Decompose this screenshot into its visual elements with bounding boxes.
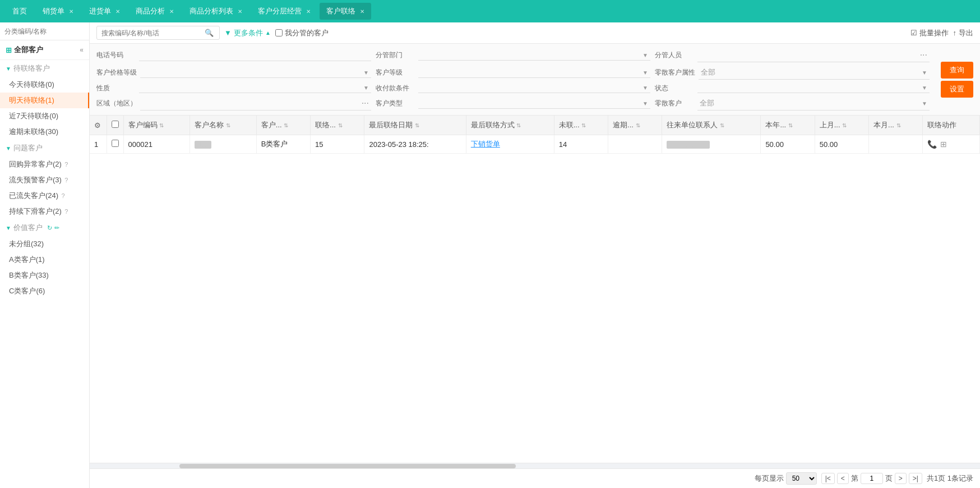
- main-search-input[interactable]: [101, 29, 202, 37]
- td-code: 000021: [123, 135, 190, 154]
- section-value[interactable]: 价值客户 ↻ ✏: [0, 219, 89, 236]
- sidebar-search-bar: 🔍: [0, 22, 89, 40]
- sort-icon[interactable]: ⇅: [415, 122, 419, 128]
- phone-input[interactable]: [139, 49, 371, 61]
- th-action: 联络动作: [923, 116, 980, 135]
- nav-product-list[interactable]: 商品分析列表 ✕: [183, 3, 249, 20]
- region-label: 区域（地区）: [96, 99, 137, 108]
- pager: |< < 第 页 > >|: [821, 473, 922, 484]
- grid-action-icon[interactable]: ⊞: [940, 140, 947, 149]
- page-number-input[interactable]: [861, 473, 883, 484]
- query-button[interactable]: 查询: [941, 62, 973, 79]
- close-icon[interactable]: ✕: [169, 8, 174, 15]
- sort-icon[interactable]: ⇅: [284, 122, 288, 128]
- nature-select[interactable]: ▼: [139, 83, 371, 93]
- sidebar-item-repurchase[interactable]: 回购异常客户(2) ?: [0, 156, 89, 172]
- sidebar-item-b-class[interactable]: B类客户(33): [0, 268, 89, 283]
- price-level-label: 客户价格等级: [96, 68, 137, 77]
- nav-home[interactable]: 首页: [6, 3, 34, 20]
- dept-select[interactable]: ▼: [418, 50, 650, 61]
- sidebar-item-declining[interactable]: 持续下滑客户(2) ?: [0, 204, 89, 219]
- total-label: 共1页 1条记录: [927, 473, 973, 484]
- dept-field: 分管部门 ▼: [376, 50, 650, 61]
- page-size-select[interactable]: 50 100 200: [786, 472, 817, 485]
- close-icon[interactable]: ✕: [360, 8, 364, 15]
- batch-op-button[interactable]: ☑ 批量操作: [910, 28, 949, 38]
- td-this-month: [869, 135, 923, 154]
- nav-customer-contact[interactable]: 客户联络 ✕: [320, 3, 371, 20]
- td-no: 1: [90, 135, 107, 154]
- sidebar-item-c-class[interactable]: C类客户(6): [0, 283, 89, 299]
- sidebar-item-lost[interactable]: 已流失客户(24) ?: [0, 188, 89, 204]
- sort-icon[interactable]: ⇅: [896, 122, 901, 128]
- first-page-button[interactable]: |<: [821, 473, 835, 484]
- sidebar-all-customers[interactable]: ⊞ 全部客户 «: [0, 40, 89, 60]
- set-button[interactable]: 设置: [941, 81, 973, 98]
- phone-field: 电话号码: [96, 49, 371, 61]
- export-button[interactable]: ↑ 导出: [953, 28, 974, 38]
- search-icon[interactable]: 🔍: [205, 29, 214, 37]
- sort-icon[interactable]: ⇅: [338, 122, 343, 128]
- nav-sales[interactable]: 销货单 ✕: [36, 3, 80, 20]
- sort-icon[interactable]: ⇅: [159, 122, 164, 128]
- sort-icon[interactable]: ⇅: [226, 122, 230, 128]
- status-select[interactable]: ▼: [697, 83, 930, 93]
- close-icon[interactable]: ✕: [306, 8, 311, 15]
- close-icon[interactable]: ✕: [69, 8, 73, 15]
- dept-label: 分管部门: [376, 50, 415, 60]
- nav-purchase[interactable]: 进货单 ✕: [82, 3, 127, 20]
- th-last-date: 最后联络日期 ⇅: [364, 116, 466, 135]
- payment-select[interactable]: ▼: [418, 83, 650, 93]
- more-filter-button[interactable]: ▼ 更多条件 ▲: [224, 28, 271, 38]
- last-page-button[interactable]: >|: [909, 473, 922, 484]
- sort-icon[interactable]: ⇅: [788, 122, 793, 128]
- data-table: ⚙ 客户编码 ⇅ 客户名称 ⇅: [90, 116, 980, 463]
- sidebar-item-today[interactable]: 今天待联络(0): [0, 77, 89, 93]
- retail-attr-select[interactable]: 全部 ▼: [699, 66, 930, 80]
- td-action: 📞 ⊞: [923, 135, 980, 154]
- settings-icon[interactable]: ⚙: [94, 121, 101, 130]
- my-customer-checkbox[interactable]: 我分管的客户: [275, 28, 329, 38]
- close-icon[interactable]: ✕: [238, 8, 242, 15]
- sidebar-item-7days[interactable]: 近7天待联络(0): [0, 108, 89, 124]
- scrollbar-thumb[interactable]: [179, 464, 516, 468]
- customer-type-field: 客户类型 ▼: [376, 99, 650, 109]
- nav-product-analysis[interactable]: 商品分析 ✕: [129, 3, 181, 20]
- sidebar-item-a-class[interactable]: A类客户(1): [0, 252, 89, 268]
- sort-icon[interactable]: ⇅: [842, 122, 847, 128]
- my-customer-check[interactable]: [275, 29, 283, 36]
- nav-customer-tier[interactable]: 客户分层经营 ✕: [251, 3, 317, 20]
- section-pending-contact[interactable]: 待联络客户: [0, 60, 89, 77]
- collapse-icon[interactable]: «: [80, 46, 84, 54]
- sidebar-item-overdue[interactable]: 逾期未联络(30): [0, 124, 89, 140]
- sidebar-search-input[interactable]: [4, 27, 89, 35]
- region-select[interactable]: ···: [140, 96, 371, 111]
- th-uncontact: 未联... ⇅: [554, 116, 608, 135]
- retail-select[interactable]: 全部 ▼: [697, 96, 930, 111]
- select-all-checkbox[interactable]: [112, 121, 119, 128]
- action-icons: 📞 ⊞: [927, 140, 975, 149]
- price-level-select[interactable]: ▼: [140, 68, 371, 78]
- row-checkbox[interactable]: [112, 140, 119, 147]
- sidebar-item-lostwarning[interactable]: 流失预警客户(3) ?: [0, 172, 89, 188]
- section-problem[interactable]: 问题客户: [0, 140, 89, 156]
- sidebar-item-tomorrow[interactable]: 明天待联络(1): [0, 93, 89, 108]
- sort-icon[interactable]: ⇅: [720, 122, 724, 128]
- prev-page-button[interactable]: <: [837, 473, 849, 484]
- customer-type-select[interactable]: ▼: [418, 99, 650, 109]
- td-check: [107, 135, 123, 154]
- person-select[interactable]: ···: [697, 48, 930, 62]
- sidebar: 🔍 ⊞ 全部客户 « 待联络客户 今天待联络(0) 明天待联络(1) 近7天待联…: [0, 22, 90, 488]
- table-row: 1 000021 Ea B类客户: [90, 135, 980, 154]
- horizontal-scrollbar[interactable]: [90, 463, 980, 468]
- sort-icon[interactable]: ⇅: [516, 122, 521, 128]
- main-layout: 🔍 ⊞ 全部客户 « 待联络客户 今天待联络(0) 明天待联络(1) 近7天待联…: [0, 22, 980, 488]
- phone-action-icon[interactable]: 📞: [927, 140, 937, 149]
- close-icon[interactable]: ✕: [115, 8, 120, 15]
- sort-icon[interactable]: ⇅: [636, 122, 640, 128]
- sort-icon[interactable]: ⇅: [581, 122, 586, 128]
- next-page-button[interactable]: >: [895, 473, 907, 484]
- sidebar-item-ungrouped[interactable]: 未分组(32): [0, 236, 89, 252]
- customer-level-select[interactable]: ▼: [418, 68, 650, 78]
- last-method-link[interactable]: 下销货单: [471, 140, 500, 148]
